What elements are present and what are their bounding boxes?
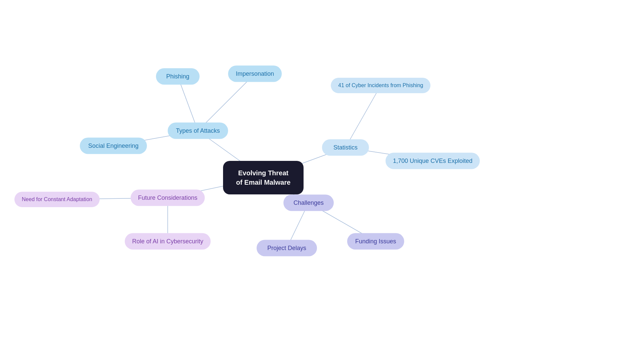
statistics-node: Statistics: [322, 139, 369, 156]
funding-issues-node: Funding Issues: [347, 233, 404, 250]
impersonation-node: Impersonation: [228, 66, 282, 82]
impersonation-label: Impersonation: [236, 70, 274, 77]
mind-map: Evolving Threat of Email Malware Types o…: [0, 0, 644, 363]
need-adaptation-label: Need for Constant Adaptation: [22, 196, 92, 202]
challenges-label: Challenges: [293, 199, 324, 206]
phishing-node: Phishing: [156, 68, 200, 85]
svg-line-5: [345, 85, 381, 147]
svg-line-2: [198, 74, 255, 131]
role-of-ai-node: Role of AI in Cybersecurity: [125, 233, 211, 250]
need-adaptation-node: Need for Constant Adaptation: [14, 192, 100, 207]
project-delays-label: Project Delays: [267, 245, 306, 252]
statistics-label: Statistics: [333, 144, 358, 151]
role-of-ai-label: Role of AI in Cybersecurity: [132, 238, 203, 245]
center-node: Evolving Threat of Email Malware: [223, 161, 304, 194]
cyber-incidents-label: 41 of Cyber Incidents from Phishing: [338, 82, 423, 88]
types-of-attacks-label: Types of Attacks: [176, 127, 220, 134]
funding-issues-label: Funding Issues: [355, 238, 396, 245]
unique-cves-label: 1,700 Unique CVEs Exploited: [393, 158, 472, 165]
center-label: Evolving Threat of Email Malware: [235, 168, 291, 187]
future-considerations-label: Future Considerations: [138, 194, 197, 201]
project-delays-node: Project Delays: [257, 240, 317, 256]
social-engineering-label: Social Engineering: [88, 142, 139, 149]
social-engineering-node: Social Engineering: [80, 138, 147, 154]
types-of-attacks-node: Types of Attacks: [168, 123, 228, 139]
future-considerations-node: Future Considerations: [130, 190, 205, 206]
connections-svg: [0, 0, 644, 363]
phishing-label: Phishing: [166, 73, 189, 80]
cyber-incidents-node: 41 of Cyber Incidents from Phishing: [331, 78, 430, 93]
challenges-node: Challenges: [283, 195, 334, 211]
unique-cves-node: 1,700 Unique CVEs Exploited: [385, 153, 480, 169]
